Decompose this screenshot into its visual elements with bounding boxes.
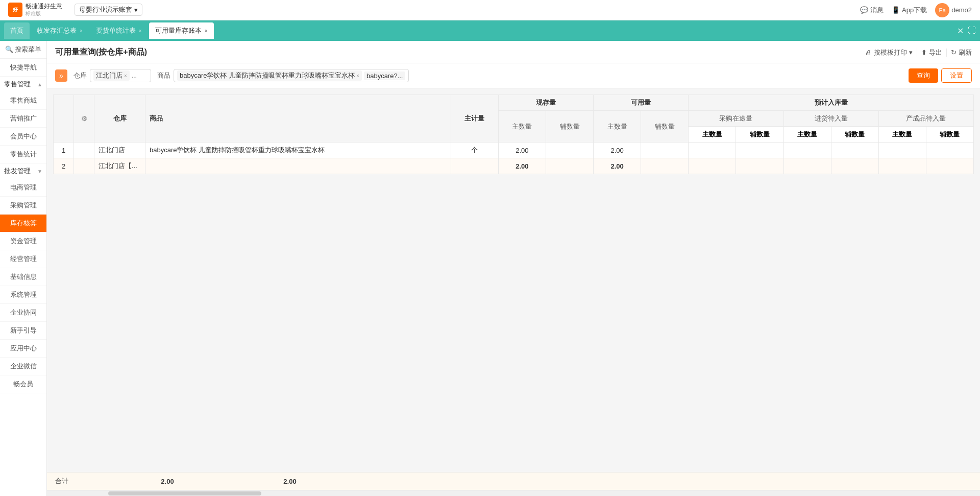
product-tag-1: babycare学饮杯 儿童防摔防撞吸管杯重力球吸嘴杯宝宝水杯 × [177,70,362,81]
td-pur-main-2 [689,158,736,174]
sidebar-item-operations[interactable]: 经营管理 [0,250,46,268]
th-available-aux: 辅数量 [641,111,689,143]
sidebar-item-label: 资金管理 [10,237,37,246]
tab-available[interactable]: 可用量库存账本 × [149,22,214,39]
summary-row: 合计 2.00 2.00 [47,472,980,490]
close-all-icon[interactable]: ✕ [957,26,964,36]
sidebar-item-label: 基础信息 [10,272,37,281]
td-avail-main-1: 2.00 [594,143,641,158]
sidebar-item-retail-mgmt[interactable]: 零售管理 ▲ [0,77,46,92]
refresh-btn[interactable]: ↻ 刷新 [951,48,972,57]
td-avail-aux-1 [641,143,689,158]
message-btn[interactable]: 💬 消息 [860,6,884,15]
sidebar-item-app-center[interactable]: 应用中心 [0,340,46,358]
template-print-btn[interactable]: 🖨 按模板打印 ▾ [865,48,913,57]
warehouse-more[interactable]: ... [132,72,137,79]
sidebar-item-retail-stats[interactable]: 零售统计 [0,146,46,163]
sidebar-item-ecommerce[interactable]: 电商管理 [0,179,46,197]
td-no-1: 1 [54,143,74,158]
remove-warehouse-icon[interactable]: × [124,73,127,79]
sidebar-item-enterprise[interactable]: 企业协同 [0,304,46,322]
tab-orders-label: 要货单统计表 [96,26,136,35]
td-product-1: babycare学饮杯 儿童防摔防撞吸管杯重力球吸嘴杯宝宝水杯 [145,143,451,158]
phone-icon: 📱 [892,6,900,14]
td-prod-main-1 [878,143,926,158]
remove-product-1-icon[interactable]: × [356,73,359,79]
product-tag-text-2: babycare?... [366,72,403,80]
settings-gear-icon[interactable]: ⚙ [81,115,87,123]
bottom-scrollbar[interactable] [47,490,980,496]
sidebar-item-label: 营销推广 [10,114,37,123]
td-unit-2 [451,158,498,174]
td-cur-aux-2 [546,158,593,174]
template-print-label: 按模板打印 [874,48,907,57]
sidebar-item-label: 零售商城 [10,96,37,105]
product-tag-container[interactable]: babycare学饮杯 儿童防摔防撞吸管杯重力球吸嘴杯宝宝水杯 × babyca… [174,69,409,82]
filter-expand-btn[interactable]: » [55,69,67,82]
sidebar-item-retail-mall[interactable]: 零售商城 [0,92,46,110]
message-label: 消息 [870,6,884,15]
th-planned-inbound: 预计入库量 [689,95,974,111]
query-button[interactable]: 查询 [909,68,938,83]
settings-button[interactable]: 设置 [941,68,972,83]
td-no-2: 2 [54,158,74,174]
td-prod-aux-1 [926,143,973,158]
top-bar-right: 💬 消息 📱 App下载 Ea demo2 [860,3,972,17]
sidebar-item-marketing[interactable]: 营销推广 [0,110,46,128]
sidebar-item-enterprise-wechat[interactable]: 企业微信 [0,358,46,375]
search-icon: 🔍 [5,45,13,53]
user-area[interactable]: Ea demo2 [935,3,972,17]
industry-selector[interactable]: 母婴行业演示账套 ▾ [75,4,142,16]
warehouse-filter: 仓库 江北门店 × ... [74,69,151,82]
sidebar-item-purchase[interactable]: 采购管理 [0,197,46,215]
sidebar-item-vip[interactable]: 畅会员 [0,375,46,393]
sidebar-item-wholesale[interactable]: 批发管理 ▼ [0,163,46,179]
td-avail-main-2: 2.00 [594,158,641,174]
td-unit-1: 个 [451,143,498,158]
avatar: Ea [935,3,949,17]
filter-row: » 仓库 江北门店 × ... 商品 babycare学饮杯 儿童防摔防撞吸管杯… [47,63,980,88]
content-area: 可用量查询(按仓库+商品) 🖨 按模板打印 ▾ ⬆ 导出 ↻ [47,41,980,496]
scrollbar-thumb[interactable] [108,491,261,495]
td-prod-aux-2 [926,158,973,174]
expand-icon[interactable]: ⛶ [968,26,976,35]
warehouse-tag-text: 江北门店 [96,71,122,80]
sidebar-search[interactable]: 🔍 搜索菜单 [0,41,46,59]
warehouse-tag-container[interactable]: 江北门店 × ... [90,69,151,82]
tab-home-label: 首页 [10,26,23,35]
sidebar-item-inventory[interactable]: 库存核算 [0,215,46,232]
tab-home[interactable]: 首页 [4,22,30,39]
td-pur-aux-1 [736,143,783,158]
sidebar-item-system[interactable]: 系统管理 [0,286,46,304]
sidebar-quick-nav[interactable]: 快捷导航 [0,59,46,77]
search-label: 搜索菜单 [15,45,41,53]
th-inbound-pending: 进货待入量 [783,111,878,127]
sidebar-item-member[interactable]: 会员中心 [0,128,46,146]
sidebar-item-label: 经营管理 [10,254,37,264]
data-table: ⚙ 仓库 商品 主计量 现存量 可用量 预计入库量 主数量 辅数量 主数量 辅数… [53,95,974,174]
arrow-icon: ▲ [37,82,42,87]
tab-orders[interactable]: 要货单统计表 × [90,22,148,39]
export-btn[interactable]: ⬆ 导出 [921,48,942,57]
product-tag-text-1: babycare学饮杯 儿童防摔防撞吸管杯重力球吸嘴杯宝宝水杯 [180,71,355,80]
th-production-main: 主数量 [878,127,926,143]
td-warehouse-1: 江北门店 [94,143,145,158]
th-available: 可用量 [594,95,689,111]
page-header: 可用量查询(按仓库+商品) 🖨 按模板打印 ▾ ⬆ 导出 ↻ [47,41,980,63]
top-bar-left: 好 畅捷通好生意 标准版 母婴行业演示账套 ▾ [8,3,142,17]
tab-receipts-close[interactable]: × [80,28,83,34]
app-download-btn[interactable]: 📱 App下载 [892,6,927,15]
sidebar-item-basic-info[interactable]: 基础信息 [0,268,46,286]
tab-receipts[interactable]: 收发存汇总表 × [31,22,89,39]
summary-label: 合计 [55,477,137,486]
sidebar-item-label: 系统管理 [10,290,37,299]
th-settings[interactable]: ⚙ [74,95,94,143]
tab-available-close[interactable]: × [205,28,208,34]
th-purchase-main: 主数量 [689,127,736,143]
tab-orders-close[interactable]: × [139,28,142,34]
sidebar-item-finance[interactable]: 资金管理 [0,232,46,250]
chevron-down-icon: ▾ [909,49,913,56]
sidebar-item-newbie[interactable]: 新手引导 [0,322,46,340]
td-inb-aux-1 [831,143,878,158]
app-download-label: App下载 [902,6,927,15]
